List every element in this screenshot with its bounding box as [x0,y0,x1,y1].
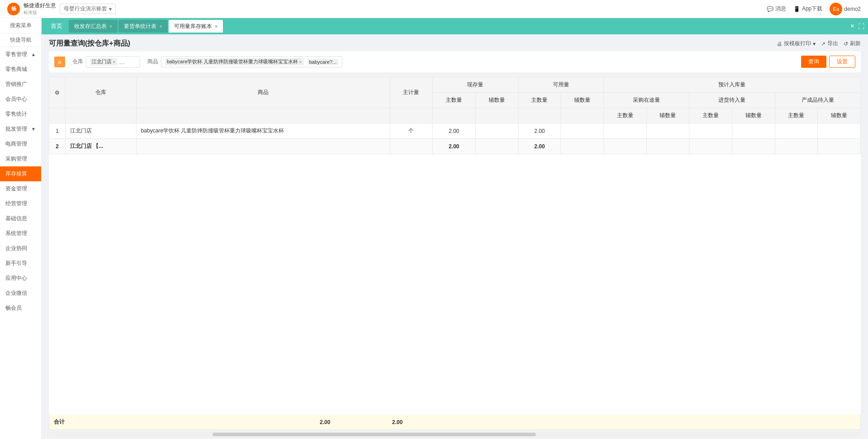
filter-expand-btn[interactable]: » [54,57,65,67]
sidebar-item-wholesale[interactable]: 批发管理 ▼ [0,122,41,137]
row-finished-main [775,123,818,139]
tab-inventory-book[interactable]: 可用量库存账本 × [169,20,223,33]
sidebar-item-inventory[interactable]: 库存核算 [0,166,41,181]
inventory-table: ⚙ 仓库 商品 主计量 现存量 可用量 预计入库量 主数量 辅数量 主数量 [49,77,861,154]
tab-collect-pay[interactable]: 收发存汇总表 × [69,20,118,33]
sidebar-item-label: 企业协同 [5,245,38,252]
tab-home[interactable]: 首页 [45,20,68,33]
user-menu[interactable]: Ea demo2 [830,3,861,15]
sidebar-item-label: 资金管理 [5,185,38,193]
top-header: 畅 畅捷通好生意 标准版 母婴行业演示账套 ▾ 💬 消息 📱 App下载 Ea … [0,0,868,18]
sidebar-item-label: 电商管理 [5,140,38,148]
chevron-icon: ▲ [31,52,36,57]
avatar: Ea [830,3,842,15]
brand-info: 畅捷通好生意 标准版 [24,2,56,16]
warehouse-column-header: 仓库 [66,77,137,108]
warehouse-label: 仓库 [72,58,83,66]
horizontal-scrollbar[interactable] [49,432,861,437]
sidebar-item-marketing[interactable]: 营销推广 [0,77,41,92]
available-header: 可用量 [518,77,604,93]
tab-close-icon[interactable]: × [159,24,162,29]
goods-pending-main-header: 主数量 [689,108,732,123]
header-left: 畅 畅捷通好生意 标准版 母婴行业演示账套 ▾ [7,2,116,16]
warehouse-filter: 仓库 江北门店 × ... [72,56,140,68]
message-btn[interactable]: 💬 消息 [767,5,786,13]
tab-close-icon[interactable]: × [215,24,217,29]
refresh-btn[interactable]: ↺ 刷新 [844,40,861,47]
stock-main-qty-header: 主数量 [433,93,476,108]
fullscreen-icon[interactable]: ⛶ [858,23,864,30]
purchase-transit-subheader: 采购在途量 [604,93,689,108]
tab-close-icon[interactable]: × [109,24,112,29]
purchase-transit-aux-header: 辅数量 [646,108,689,123]
row-goods-pending-main [689,123,732,139]
warehouse-input[interactable]: 江北门店 × ... [86,56,140,68]
industry-selector[interactable]: 母婴行业演示账套 ▾ [60,4,116,14]
sidebar-item-label: 系统管理 [5,230,38,237]
table-container: ⚙ 仓库 商品 主计量 现存量 可用量 预计入库量 主数量 辅数量 主数量 [49,77,861,415]
page-title-bar: 可用量查询(按仓库+商品) 🖨 按模板打印 ▾ ↗ 导出 ↺ 刷新 [42,34,868,51]
phone-icon: 📱 [793,6,800,12]
sidebar-item-guide[interactable]: 新手引导 [0,256,41,271]
sidebar-item-label: 应用中心 [5,274,38,282]
sidebar-quick-nav[interactable]: 快捷导航 [0,33,41,47]
sidebar-item-label: 会员中心 [5,95,38,103]
sidebar-item-enterprise[interactable]: 企业协同 [0,241,41,256]
product-label: 商品 [147,58,158,66]
close-all-icon[interactable]: × [850,22,854,30]
sidebar: 搜索菜单 快捷导航 零售管理 ▲ 零售商城 营销推广 会员中心 零售统计 批发管… [0,18,42,439]
page-title: 可用量查询(按仓库+商品) [49,39,130,48]
filter-actions: 查询 设置 [801,56,855,68]
tab-order-stats[interactable]: 要货单统计表 × [118,20,167,33]
sidebar-item-basic[interactable]: 基础信息 [0,211,41,226]
sidebar-item-operations[interactable]: 经营管理 [0,196,41,211]
row-fg-main-subtotal [775,139,818,154]
warehouse-tag-close[interactable]: × [113,59,115,65]
sidebar-item-enterprise-wechat[interactable]: 企业微信 [0,286,41,301]
settings-column-header[interactable]: ⚙ [49,77,66,108]
product-filter: 商品 babycare学饮杯 儿童防摔防撞吸管杯重力球吸嘴杯宝宝水杯 × bab… [147,56,342,67]
edition-label: 标准版 [24,9,56,16]
sidebar-item-zero-retail[interactable]: 零售管理 ▲ [0,47,41,62]
row-avail-main: 2.00 [518,123,561,139]
settings-btn[interactable]: 设置 [829,56,855,68]
row-purchase-transit-main [604,123,646,139]
row-finished-aux [818,123,861,139]
sidebar-item-label: 企业微信 [5,289,38,297]
table-row: 1 江北门店 babycare学饮杯 儿童防摔防撞吸管杯重力球吸嘴杯宝宝水杯 个… [49,123,861,139]
sidebar-item-member2[interactable]: 畅会员 [0,301,41,316]
row-avail-aux-subtotal [561,139,604,154]
sidebar-item-label: 畅会员 [5,304,38,312]
logo-icon: 畅 [7,3,20,15]
main-unit-column-header: 主计量 [390,77,433,108]
sidebar-item-ecommerce[interactable]: 电商管理 [0,137,41,151]
sidebar-item-label: 批发管理 [5,125,27,133]
sidebar-item-retail-stats[interactable]: 零售统计 [0,107,41,122]
sidebar-item-label: 零售商城 [5,66,38,73]
sidebar-item-app-center[interactable]: 应用中心 [0,271,41,286]
sidebar-search[interactable]: 搜索菜单 [0,18,41,33]
refresh-icon: ↺ [844,41,848,47]
query-btn[interactable]: 查询 [801,56,826,68]
export-btn[interactable]: ↗ 导出 [821,40,838,47]
scroll-thumb[interactable] [212,433,536,436]
sidebar-item-retail-mall[interactable]: 零售商城 [0,62,41,77]
row-stock-aux-subtotal [475,139,518,154]
sidebar-item-member[interactable]: 会员中心 [0,92,41,107]
warehouse-more-icon[interactable]: ... [119,58,125,66]
print-template-btn[interactable]: 🖨 按模板打印 ▾ [777,40,816,47]
header-right: 💬 消息 📱 App下载 Ea demo2 [767,3,861,15]
product-tag1-close[interactable]: × [299,59,302,65]
sidebar-item-finance[interactable]: 资金管理 [0,181,41,196]
sidebar-item-system[interactable]: 系统管理 [0,226,41,241]
product-input[interactable]: babycare学饮杯 儿童防摔防撞吸管杯重力球吸嘴杯宝宝水杯 × babyca… [161,56,342,67]
export-icon: ↗ [821,41,826,47]
stock-aux-qty-header: 辅数量 [475,93,518,108]
app-download-btn[interactable]: 📱 App下载 [793,5,822,13]
sidebar-item-label: 零售管理 [5,51,27,58]
product-tag2: babycare?... [307,59,339,65]
chevron-down-icon: ▾ [813,41,816,47]
sidebar-item-purchase[interactable]: 采购管理 [0,151,41,166]
warehouse-tag: 江北门店 × [90,58,117,66]
row-unit-subtotal [390,139,433,154]
